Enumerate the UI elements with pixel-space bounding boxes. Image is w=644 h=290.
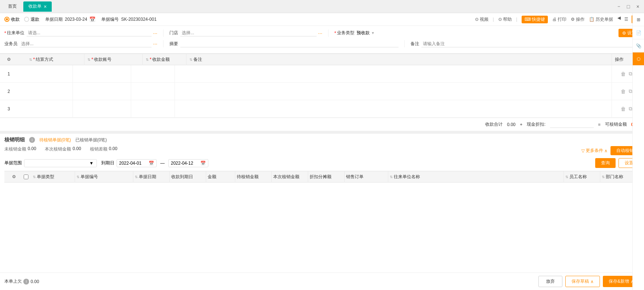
form-row-1: * 往来单位 ··· 门店 ··· * 业务类型 预收款 ▼ ⚙ [4, 29, 640, 37]
store-field: 门店 ··· [169, 30, 322, 36]
row1-beizhu[interactable] [175, 65, 612, 83]
counterpart-ellipsis-btn[interactable]: ··· [153, 30, 157, 36]
hexiao-stats: 未核销金额 0.00 本次核销金额 0.00 核销差额 0.00 ▽ 更多条件 … [4, 146, 640, 155]
row1-jine[interactable] [131, 65, 175, 83]
divider-4 [404, 40, 405, 47]
row3-shoukuan[interactable] [73, 100, 131, 118]
date-label: 到期日 [101, 160, 114, 166]
t2-this-hexiao-label: 本次核销金额 [273, 174, 299, 180]
row1-jiesuan[interactable] [15, 65, 73, 83]
t2-discount-label: 折扣分摊额 [310, 174, 331, 180]
bottom-bar: 本单上欠 i 0.00 放弃 保存草稿 ∧ 保存&新增 ∧ [0, 273, 644, 290]
tab-home[interactable]: 首页 [3, 1, 22, 12]
row2-copy-icon[interactable]: ⧉ [629, 88, 632, 94]
remark-input[interactable] [421, 40, 640, 47]
minimize-btn[interactable]: － [616, 3, 622, 10]
divider-2 [328, 30, 329, 37]
operation-label: 操作 [576, 16, 585, 23]
range-select[interactable]: ▼ [24, 159, 97, 167]
t2-gear-icon[interactable]: ⚙ [7, 174, 20, 179]
sidebar-attachment-icon[interactable]: 📎 [633, 39, 644, 52]
row2-shoukuan[interactable] [73, 83, 131, 100]
date-from-input[interactable]: 2022-04-01 📅 [117, 159, 157, 167]
toolbar: 收款 退款 单据日期 2023-03-24 📅 单据编号 SK-20230324… [0, 13, 644, 26]
nav-prev-icon[interactable]: ◀ [617, 15, 621, 23]
th-jine: ⇅ * 收款金额 [143, 54, 186, 65]
hexiao-info-icon[interactable]: i [29, 137, 35, 143]
done-tab[interactable]: 已核销单据(0笔) [75, 137, 107, 143]
operation-icon: ⚙ [571, 17, 575, 22]
summary-input[interactable] [180, 40, 398, 47]
row3-copy-icon[interactable]: ⧉ [629, 106, 632, 112]
t2-sort-number-icon: ⇅ [76, 175, 79, 179]
main-content: 收款 退款 单据日期 2023-03-24 📅 单据编号 SK-20230324… [0, 13, 644, 290]
print-icon: 🖨 [552, 17, 557, 22]
history-icon: 📋 [589, 17, 594, 22]
row1-num: 1 [3, 71, 15, 77]
tab-current[interactable]: 收款单 × [23, 1, 52, 12]
sidebar-screenshot-icon[interactable]: ⬡ [633, 52, 644, 66]
query-btn[interactable]: 查询 [595, 158, 616, 168]
row3-jine[interactable] [131, 100, 175, 118]
radio-tuikuan[interactable]: 退款 [24, 16, 39, 23]
row3-beizhu[interactable] [175, 100, 612, 118]
video-btn[interactable]: ⊙ 视频 [475, 16, 488, 23]
row2-delete-icon[interactable]: 🗑 [621, 89, 626, 94]
row1-copy-icon[interactable]: ⧉ [629, 71, 632, 77]
row3-delete-icon[interactable]: 🗑 [621, 106, 626, 112]
calendar-icon[interactable]: 📅 [89, 16, 95, 22]
hexiao-section: 核销明细 i 待核销单据(0笔) 已核销单据(0笔) 未核销金额 0.00 本次… [0, 131, 644, 273]
sidebar-receipt-icon[interactable]: 📄 [633, 26, 644, 39]
row3-jiesuan[interactable] [15, 100, 73, 118]
t2-staff-label: 员工名称 [569, 174, 587, 180]
bottom-info-icon[interactable]: i [23, 279, 29, 285]
table-gear-icon[interactable]: ⚙ [3, 57, 15, 62]
date-to-input[interactable]: 2022-04-12 📅 [168, 159, 208, 167]
close-btn[interactable]: × [635, 3, 641, 10]
sidebar-table-icon[interactable]: ⊞ [633, 13, 644, 26]
stat-this-hexiao: 本次核销金额 0.00 [45, 146, 81, 155]
summary-discount-input[interactable] [550, 121, 594, 128]
t2-pending-label: 待核销金额 [237, 174, 259, 180]
radio-shoukuan[interactable]: 收款 [4, 16, 20, 23]
history-label: 历史单据 [596, 16, 613, 23]
store-ellipsis-btn[interactable]: ··· [318, 30, 322, 36]
abandon-btn[interactable]: 放弃 [538, 276, 562, 287]
more-cond-btn[interactable]: ▽ 更多条件 ∧ [581, 148, 608, 154]
t2-select-all[interactable] [20, 175, 31, 179]
summary-available-label: 可核销金额 [605, 121, 627, 128]
business-type-required: * [334, 31, 336, 36]
shortcut-btn[interactable]: ⌨ 快捷键 [522, 16, 548, 23]
print-btn[interactable]: 🖨 打印 [552, 16, 566, 23]
save-draft-btn[interactable]: 保存草稿 ∧ [565, 276, 600, 287]
row1-delete-icon[interactable]: 🗑 [621, 71, 626, 77]
video-label: 视频 [480, 16, 488, 23]
number-field-group: 单据编号 SK-20230324-001 [101, 16, 156, 23]
history-btn[interactable]: 📋 历史单据 [589, 16, 613, 23]
business-type-dropdown-icon[interactable]: ▼ [371, 31, 375, 35]
pending-tab[interactable]: 待核销单据(0笔) [39, 137, 71, 143]
row1-shoukuan[interactable] [73, 65, 131, 83]
row2-beizhu[interactable] [175, 83, 612, 100]
row2-jiesuan[interactable] [15, 83, 73, 100]
tab-close-icon[interactable]: × [44, 4, 47, 9]
divider-1 [163, 30, 164, 37]
th-jiesuan-sort-icon: ⇅ [29, 58, 32, 62]
stat-this-hexiao-value: 0.00 [72, 146, 81, 155]
save-draft-label: 保存草稿 [572, 278, 589, 285]
store-input[interactable] [180, 30, 317, 36]
summary-total-label: 收款合计 [485, 121, 503, 128]
staff-input[interactable] [20, 40, 152, 47]
row2-jine[interactable] [131, 83, 175, 100]
t2-th-this-hexiao: 本次核销金额 [272, 171, 308, 183]
select-all-checkbox[interactable] [24, 175, 28, 179]
video-icon: ⊙ [475, 17, 479, 22]
operation-btn[interactable]: ⚙ 操作 [571, 16, 585, 23]
staff-ellipsis-btn[interactable]: ··· [153, 41, 157, 47]
number-label: 单据编号 [101, 16, 119, 23]
help-btn[interactable]: ⊙ 帮助 [498, 16, 512, 23]
maximize-btn[interactable]: □ [625, 3, 632, 10]
remark-label: 备注 [411, 41, 419, 47]
counterpart-input[interactable] [27, 30, 152, 36]
list-view-icon[interactable]: ☰ [622, 15, 630, 23]
